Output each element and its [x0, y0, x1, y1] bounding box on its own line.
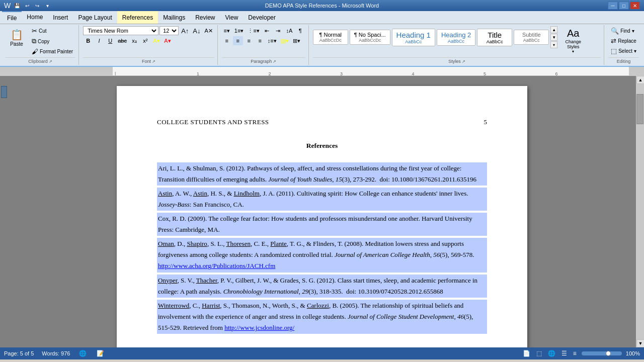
change-styles-button[interactable]: Aa Change Styles ▾	[560, 26, 586, 55]
styles-more[interactable]: ▾	[550, 41, 557, 48]
bold-button[interactable]: B	[83, 36, 93, 45]
shading-button[interactable]: ▤▾	[279, 36, 290, 45]
close-button[interactable]: ✕	[630, 2, 640, 10]
decrease-indent-button[interactable]: ⇤	[262, 26, 272, 35]
line-spacing-button[interactable]: ↕≡▾	[266, 36, 278, 45]
multilevel-button[interactable]: ⋮≡▾	[246, 26, 261, 35]
review-menu[interactable]: Review	[190, 11, 220, 24]
superscript-button[interactable]: x²	[140, 36, 150, 45]
styles-scroll-down[interactable]: ▼	[550, 34, 557, 41]
styles-expand-icon[interactable]: ↗	[462, 59, 465, 64]
font-face-select[interactable]: Times New Rom	[83, 26, 158, 35]
ref4-link[interactable]: http://www.acha.org/Publications/JACH.cf…	[158, 262, 275, 269]
paste-button[interactable]: 📋 Paste	[5, 26, 28, 49]
find-button[interactable]: 🔍 Find ▾	[608, 26, 639, 36]
web-layout-button[interactable]: 🌐	[547, 350, 556, 357]
justify-button[interactable]: ≡	[255, 36, 265, 45]
subscript-button[interactable]: x₂	[129, 36, 139, 45]
view-menu[interactable]: View	[220, 11, 244, 24]
reference-list: Ari, L. L., & Shulman, S. (2012). Pathwa…	[157, 162, 487, 334]
ribbon: 📋 Paste ✂ Cut ⧉ Copy 🖌 Format Painter	[0, 24, 644, 67]
borders-button[interactable]: ⊞▾	[291, 36, 302, 45]
style-subtitle-button[interactable]: Subtitle AaBbCc	[514, 30, 549, 45]
clipboard-expand-icon[interactable]: ↗	[49, 59, 52, 64]
replace-button[interactable]: ⇄ Replace	[608, 36, 639, 46]
font-group: Times New Rom 12 A↑ A↓ A✕ B I U abc	[80, 25, 218, 65]
home-menu[interactable]: Home	[22, 11, 48, 24]
ruler: | 1 2 3 4 5 6	[0, 67, 644, 76]
text-highlight-button[interactable]: A▾	[151, 36, 162, 45]
shrink-font-button[interactable]: A↓	[191, 26, 202, 35]
collapse-marker[interactable]	[1, 86, 7, 98]
document-page: COLLEGE STUDENTS AND STRESS 5 References…	[117, 86, 527, 347]
undo-button[interactable]: ↩	[23, 1, 32, 10]
maximize-button[interactable]: □	[619, 2, 629, 10]
full-screen-button[interactable]: ⬚	[535, 350, 543, 357]
numbering-button[interactable]: 1≡▾	[233, 26, 246, 35]
developer-menu[interactable]: Developer	[243, 11, 281, 24]
more-button[interactable]: ▾	[43, 1, 52, 10]
reference-entry-1: Ari, L. L., & Shulman, S. (2012). Pathwa…	[157, 162, 487, 186]
select-button[interactable]: ⬚ Select ▾	[608, 46, 639, 56]
page-header: COLLEGE STUDENTS AND STRESS 5	[157, 116, 487, 128]
page-layout-menu[interactable]: Page Layout	[73, 11, 117, 24]
style-heading1-button[interactable]: Heading 1 AaBbCc	[392, 29, 435, 46]
align-center-button[interactable]: ≡	[233, 36, 243, 45]
quick-access-toolbar: 💾 ↩ ↪ ▾	[13, 1, 52, 10]
underline-button[interactable]: U	[105, 36, 115, 45]
reference-entry-6: Winterrowd, C., Harrist, S., Thomason, N…	[157, 300, 487, 334]
format-painter-button[interactable]: 🖌 Format Painter	[29, 47, 75, 56]
style-normal-button[interactable]: ¶ Normal AaBbCcDc	[313, 30, 348, 45]
draft-button[interactable]: ≡	[572, 350, 578, 357]
scroll-up-button[interactable]: ▲	[636, 76, 644, 84]
insert-menu[interactable]: Insert	[48, 11, 73, 24]
clear-format-button[interactable]: A✕	[203, 26, 214, 35]
zoom-level: 100%	[626, 350, 640, 356]
outline-button[interactable]: ☰	[560, 350, 568, 357]
cut-button[interactable]: ✂ Cut	[29, 26, 75, 36]
reference-entry-5: Onyper, S. V., Thacher, P. V., Gilbert, …	[157, 275, 487, 298]
paragraph-expand-icon[interactable]: ↗	[273, 59, 276, 64]
styles-scroll-up[interactable]: ▲	[550, 26, 557, 33]
print-layout-button[interactable]: 📄	[522, 350, 531, 357]
align-right-button[interactable]: ≡	[244, 36, 254, 45]
scroll-track[interactable]	[636, 84, 644, 339]
zoom-slider[interactable]	[582, 351, 622, 355]
font-size-select[interactable]: 12	[159, 26, 179, 35]
strikethrough-button[interactable]: abc	[116, 36, 128, 45]
find-dropdown-icon: ▾	[632, 28, 634, 34]
ruler-content[interactable]: | 1 2 3 4 5 6	[113, 67, 629, 75]
font-expand-icon[interactable]: ↗	[152, 59, 155, 64]
show-formatting-button[interactable]: ¶	[295, 26, 305, 35]
language-button[interactable]: 🌐	[78, 350, 88, 357]
increase-indent-button[interactable]: ⇥	[273, 26, 283, 35]
style-heading2-button[interactable]: Heading 2 AaBbCc	[437, 29, 475, 46]
change-styles-icon: Aa	[567, 28, 579, 39]
running-head: COLLEGE STUDENTS AND STRESS	[157, 116, 269, 128]
sort-button[interactable]: ↕A	[284, 26, 294, 35]
redo-button[interactable]: ↪	[33, 1, 42, 10]
align-left-button[interactable]: ≡	[222, 36, 232, 45]
scroll-down-button[interactable]: ▼	[636, 339, 644, 347]
bullets-button[interactable]: ≡▾	[222, 26, 232, 35]
scroll-thumb[interactable]	[636, 94, 643, 124]
italic-button[interactable]: I	[94, 36, 104, 45]
style-title-button[interactable]: Title AaBbCc	[477, 29, 512, 46]
track-changes-button[interactable]: 📝	[96, 350, 105, 357]
font-color-button[interactable]: A▾	[163, 36, 173, 45]
document-scroll[interactable]: COLLEGE STUDENTS AND STRESS 5 References…	[8, 76, 636, 347]
reference-entry-4: Oman, D., Shapiro, S. L., Thoresen, C. E…	[157, 238, 487, 272]
file-menu[interactable]: File	[2, 11, 22, 24]
style-nospace-button[interactable]: ¶ No Spaci... AaBbCcDc	[350, 30, 390, 45]
ruler-left-margin	[0, 67, 113, 75]
minimize-button[interactable]: ─	[608, 2, 618, 10]
grow-font-button[interactable]: A↑	[180, 26, 190, 35]
status-bar: Page: 5 of 5 Words: 976 🌐 📝 📄 ⬚ 🌐 ☰ ≡ 10…	[0, 347, 644, 359]
editing-group: 🔍 Find ▾ ⇄ Replace ⬚ Select ▾	[605, 25, 642, 65]
references-menu[interactable]: References	[117, 11, 158, 24]
mailings-menu[interactable]: Mailings	[158, 11, 190, 24]
copy-button[interactable]: ⧉ Copy	[29, 36, 75, 46]
save-button[interactable]: 💾	[13, 1, 22, 10]
zoom-thumb[interactable]	[606, 351, 611, 356]
ref6-link[interactable]: http://www.jcsdonline.org/	[224, 324, 294, 331]
